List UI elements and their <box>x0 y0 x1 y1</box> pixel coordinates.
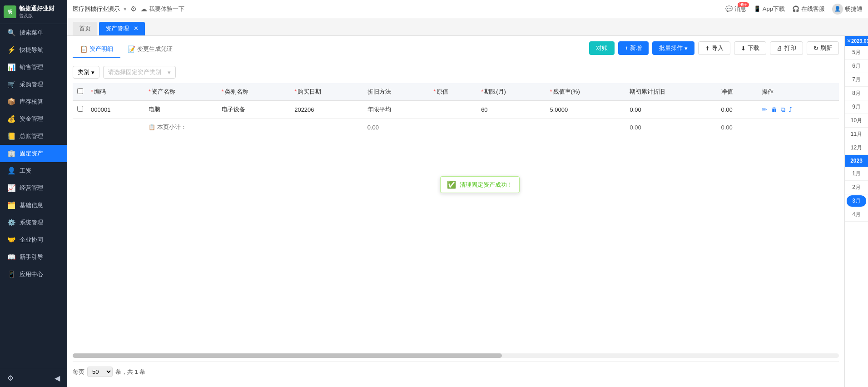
tab-asset-management[interactable]: 资产管理 ✕ <box>99 22 145 35</box>
sidebar-item-fixed-assets[interactable]: 🏢固定资产 <box>0 145 67 162</box>
sidebar-item-operations[interactable]: 📈经营管理 <box>0 179 67 197</box>
th-category: *类别名称 <box>218 83 291 101</box>
timeline-month[interactable]: 9月 <box>845 100 868 114</box>
subtotal-label-cell: 📋 本页小计： <box>145 119 364 136</box>
timeline-month[interactable]: 4月 <box>845 208 868 222</box>
timeline-close-icon[interactable]: ✕ <box>847 38 851 44</box>
collapse-icon[interactable]: ◀ <box>55 374 60 382</box>
more-icon[interactable]: ⤴ <box>789 106 792 114</box>
settings-icon[interactable]: ⚙ <box>7 374 14 382</box>
sidebar-icon-operations: 📈 <box>7 184 16 192</box>
topbar-settings-icon[interactable]: ⚙ <box>130 5 137 13</box>
sidebar-item-enterprise[interactable]: 🤝企业协同 <box>0 231 67 248</box>
subtotal-label: 本页小计： <box>157 124 187 130</box>
copy-icon[interactable]: ⧉ <box>781 106 785 114</box>
row-residual-rate: 5.0000 <box>546 101 626 119</box>
timeline-month[interactable]: 1月 <box>845 167 868 181</box>
sidebar-label-funds: 资金管理 <box>20 115 43 123</box>
timeline-year: 2023 <box>845 155 868 167</box>
sidebar-item-basic-info[interactable]: 🗂️基础信息 <box>0 197 67 214</box>
import-button[interactable]: ⬆ 导入 <box>698 41 730 55</box>
company-dropdown-icon[interactable]: ▾ <box>124 5 127 12</box>
row-initial-accumulated: 0.00 <box>626 101 717 119</box>
th-original-value-label: 原值 <box>436 88 448 95</box>
new-button[interactable]: + 新增 <box>618 41 649 55</box>
table-scrollbar-thumb <box>73 353 502 358</box>
sub-tab-asset-detail[interactable]: 📋 资产明细 <box>73 41 120 58</box>
sidebar-item-system[interactable]: ⚙️系统管理 <box>0 214 67 231</box>
online-service-button[interactable]: 🎧 在线客服 <box>792 5 825 13</box>
th-name-label: 资产名称 <box>152 88 175 95</box>
filter-row: 类别 ▾ 请选择固定资产类别 ▾ <box>73 66 839 79</box>
sidebar-label-basic-info: 基础信息 <box>20 201 43 209</box>
subtotal-empty <box>73 119 145 136</box>
sidebar-icon-inventory: 📦 <box>7 98 16 106</box>
category-filter-select[interactable]: 类别 ▾ <box>73 66 99 79</box>
sidebar-icon-search: 🔍 <box>7 29 16 37</box>
timeline-month[interactable]: 6月 <box>845 60 868 73</box>
th-net-value-label: 净值 <box>721 88 733 95</box>
th-depreciation: 折旧方法 <box>364 83 430 101</box>
sidebar-icon-basic-info: 🗂️ <box>7 201 16 209</box>
sidebar-icon-payroll: 👤 <box>7 167 16 175</box>
sidebar-item-app-center[interactable]: 📱应用中心 <box>0 266 67 283</box>
timeline-month[interactable]: 11月 <box>845 128 868 141</box>
app-download-button[interactable]: 📱 App下载 <box>754 5 785 13</box>
sidebar-item-sales[interactable]: 📊销售管理 <box>0 59 67 76</box>
category-value-select[interactable]: 请选择固定资产类别 ▾ <box>103 66 176 79</box>
reconcile-button[interactable]: 对账 <box>589 41 615 55</box>
timeline-month[interactable]: 5月 <box>845 46 868 60</box>
timeline-month[interactable]: 12月 <box>845 141 868 155</box>
content-main: 📋 资产明细 📝 变更生成凭证 对账 + 新增 <box>67 36 844 387</box>
message-button[interactable]: 💬 消息 99+ <box>725 5 746 13</box>
message-badge: 99+ <box>738 2 749 7</box>
th-code: *编码 <box>87 83 145 101</box>
subtotal-actions <box>758 119 839 136</box>
timeline-month[interactable]: 10月 <box>845 114 868 128</box>
sidebar-item-inventory[interactable]: 📦库存核算 <box>0 93 67 110</box>
timeline-month[interactable]: 2月 <box>845 181 868 194</box>
sidebar-item-funds[interactable]: 💰资金管理 <box>0 110 67 128</box>
topbar-right: 💬 消息 99+ 📱 App下载 🎧 在线客服 👤 畅捷通 <box>725 4 863 15</box>
table-horizontal-scrollbar[interactable] <box>73 353 839 358</box>
row-checkbox[interactable] <box>77 106 83 112</box>
row-original-value <box>430 101 477 119</box>
sidebar-icon-purchase: 🛒 <box>7 80 16 89</box>
sidebar-label-system: 系统管理 <box>20 218 43 227</box>
refresh-button[interactable]: ↻ 刷新 <box>807 41 839 55</box>
sidebar-item-ledger[interactable]: 📒总账管理 <box>0 128 67 145</box>
row-purchase-date: 202206 <box>291 101 364 119</box>
timeline-month[interactable]: 7月 <box>845 73 868 87</box>
sub-tab-change-voucher[interactable]: 📝 变更生成凭证 <box>120 41 180 58</box>
batch-ops-button[interactable]: 批量操作 ▾ <box>652 41 694 55</box>
table-footer: 每页 50 100 200 条，共 1 条 <box>73 362 839 382</box>
th-actions: 操作 <box>758 83 839 101</box>
timeline-month[interactable]: 8月 <box>845 87 868 100</box>
sidebar-item-payroll[interactable]: 👤工资 <box>0 162 67 179</box>
sidebar-item-purchase[interactable]: 🛒采购管理 <box>0 76 67 93</box>
timeline-month[interactable]: 3月 <box>847 195 866 207</box>
experience-label: 我要体验一下 <box>149 5 184 13</box>
print-button[interactable]: 🖨 打印 <box>770 41 803 55</box>
sidebar-item-quick-nav[interactable]: ⚡快捷导航 <box>0 41 67 59</box>
per-page-select[interactable]: 50 100 200 <box>87 367 113 377</box>
table-body: 000001 电脑 电子设备 202206 年限平均 ✅ 清理固定资产成功！ <box>73 101 839 136</box>
sidebar-label-guide: 新手引导 <box>20 253 43 261</box>
tab-home[interactable]: 首页 <box>73 22 97 35</box>
content-panel: 📋 资产明细 📝 变更生成凭证 对账 + 新增 <box>67 36 868 387</box>
sidebar-icon-quick-nav: ⚡ <box>7 46 16 54</box>
th-actions-label: 操作 <box>762 88 774 95</box>
sidebar-item-guide[interactable]: 📖新手引导 <box>0 248 67 266</box>
tab-close-icon[interactable]: ✕ <box>134 25 139 32</box>
sidebar-icon-fixed-assets: 🏢 <box>7 149 16 158</box>
edit-icon[interactable]: ✏ <box>762 106 767 114</box>
user-profile[interactable]: 👤 畅捷通 <box>832 4 863 15</box>
delete-icon[interactable]: 🗑 <box>771 106 777 114</box>
download-button[interactable]: ⬇ 下载 <box>734 41 766 55</box>
experience-button[interactable]: ☁ 我要体验一下 <box>140 5 184 13</box>
sidebar-label-payroll: 工资 <box>20 167 31 175</box>
select-all-checkbox[interactable] <box>77 88 83 94</box>
sidebar-item-search[interactable]: 🔍搜索菜单 <box>0 24 67 41</box>
topbar: 医疗器械行业演示 ▾ ⚙ ☁ 我要体验一下 💬 消息 99+ 📱 App下载 🎧… <box>67 0 868 18</box>
sidebar-header: 畅 畅捷通好业财 普及版 <box>0 0 67 24</box>
